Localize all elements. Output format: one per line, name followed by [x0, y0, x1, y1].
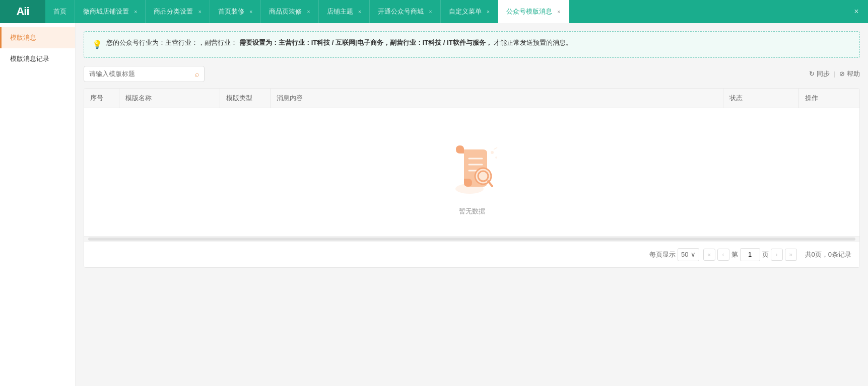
th-seq: 序号 — [84, 89, 119, 108]
notice-highlight: 需要设置为：主营行业：IT科技 / 互联网|电子商务，副营行业：IT科技 / I… — [239, 39, 492, 46]
prev-page-button[interactable]: ‹ — [717, 249, 729, 261]
scrollbar-track[interactable] — [88, 238, 855, 241]
nav-tab-close-product-decoration[interactable]: × — [307, 9, 310, 15]
sync-icon: ↻ — [809, 70, 815, 78]
nav-tab-home[interactable]: 首页 — [45, 0, 75, 23]
nav-tab-close-category-settings[interactable]: × — [198, 9, 201, 15]
search-input[interactable] — [89, 70, 195, 78]
total-info: 共0页，0条记录 — [805, 250, 851, 259]
nav-tab-label-product-decoration: 商品页装修 — [269, 7, 302, 16]
svg-point-8 — [495, 157, 497, 159]
nav-tab-home-decoration[interactable]: 首页装修× — [210, 0, 261, 23]
notice-box: 💡 您的公众号行业为：主营行业：，副营行业： 需要设置为：主营行业：IT科技 /… — [84, 31, 860, 58]
th-content: 消息内容 — [271, 89, 723, 108]
bulb-icon: 💡 — [92, 38, 102, 51]
nav-tab-close-custom-menu[interactable]: × — [487, 9, 490, 15]
page-size-label: 每页显示 — [649, 250, 676, 259]
horizontal-scrollbar[interactable] — [84, 236, 859, 242]
next-page-button[interactable]: › — [771, 249, 783, 261]
nav-tab-label-home: 首页 — [53, 7, 66, 16]
search-icon[interactable]: ⌕ — [195, 70, 199, 78]
nav-tab-close-open-mall[interactable]: × — [429, 9, 432, 15]
nav-tab-store-settings[interactable]: 微商城店铺设置× — [75, 0, 146, 23]
actions-divider: | — [834, 70, 835, 78]
page-unit: 页 — [762, 250, 769, 259]
nav-tab-store-theme[interactable]: 店铺主题× — [319, 0, 370, 23]
sidebar-item-template-msg-record[interactable]: 模版消息记录 — [0, 48, 75, 69]
empty-state: 暂无数据 — [84, 108, 859, 236]
help-button[interactable]: ⊘ 帮助 — [839, 69, 860, 79]
search-actions: ↻ 同步 | ⊘ 帮助 — [809, 69, 860, 79]
nav-tab-label-store-theme: 店铺主题 — [327, 7, 353, 16]
close-all-tabs-button[interactable]: × — [845, 0, 868, 23]
page-size-dropdown[interactable]: 50 ∨ — [678, 248, 699, 261]
th-status: 状态 — [723, 89, 799, 108]
dropdown-arrow-icon: ∨ — [691, 251, 696, 258]
sidebar-item-template-msg[interactable]: 模版消息 — [0, 27, 75, 48]
sync-button[interactable]: ↻ 同步 — [809, 69, 830, 79]
nav-tab-close-template-msg[interactable]: × — [557, 9, 560, 15]
nav-tab-label-template-msg: 公众号模版消息 — [506, 7, 552, 16]
nav-tab-category-settings[interactable]: 商品分类设置× — [146, 0, 210, 23]
table-header: 序号模版名称模版类型消息内容状态操作 — [84, 89, 859, 108]
app-logo: Aii — [0, 0, 45, 23]
nav-tab-template-msg[interactable]: 公众号模版消息× — [498, 0, 569, 23]
page-size-select: 每页显示 50 ∨ — [649, 248, 699, 261]
nav-tab-label-category-settings: 商品分类设置 — [154, 7, 193, 16]
data-table: 序号模版名称模版类型消息内容状态操作 — [84, 88, 860, 268]
page-navigation: « ‹ 第 页 › » — [703, 248, 797, 261]
search-input-wrap[interactable]: ⌕ — [84, 66, 205, 82]
content-area: 💡 您的公众号行业为：主营行业：，副营行业： 需要设置为：主营行业：IT科技 /… — [76, 23, 868, 386]
nav-tab-label-custom-menu: 自定义菜单 — [449, 7, 482, 16]
nav-tabs: 首页微商城店铺设置×商品分类设置×首页装修×商品页装修×店铺主题×开通公众号商城… — [45, 0, 845, 23]
empty-text: 暂无数据 — [459, 207, 485, 216]
th-type: 模版类型 — [220, 89, 271, 108]
th-action: 操作 — [799, 89, 859, 108]
page-number-input[interactable] — [740, 248, 760, 261]
nav-tab-close-store-settings[interactable]: × — [134, 9, 137, 15]
search-bar: ⌕ ↻ 同步 | ⊘ 帮助 — [84, 66, 860, 82]
empty-icon — [442, 138, 502, 199]
th-name: 模版名称 — [119, 89, 220, 108]
nav-tab-open-mall[interactable]: 开通公众号商城× — [370, 0, 440, 23]
svg-line-6 — [488, 181, 492, 186]
notice-text: 您的公众号行业为：主营行业：，副营行业： 需要设置为：主营行业：IT科技 / 互… — [106, 38, 572, 48]
top-nav: Aii 首页微商城店铺设置×商品分类设置×首页装修×商品页装修×店铺主题×开通公… — [0, 0, 868, 23]
main-layout: 模版消息模版消息记录 💡 您的公众号行业为：主营行业：，副营行业： 需要设置为：… — [0, 23, 868, 386]
pagination: 每页显示 50 ∨ « ‹ 第 页 › » 共0页，0条记录 — [84, 242, 859, 267]
nav-tab-custom-menu[interactable]: 自定义菜单× — [441, 0, 498, 23]
nav-tab-close-home-decoration[interactable]: × — [249, 9, 252, 15]
last-page-button[interactable]: » — [785, 249, 797, 261]
nav-tab-label-open-mall: 开通公众号商城 — [378, 7, 424, 16]
first-page-button[interactable]: « — [703, 249, 715, 261]
svg-point-7 — [491, 151, 494, 154]
svg-line-9 — [494, 147, 497, 149]
sidebar: 模版消息模版消息记录 — [0, 23, 76, 386]
nav-tab-label-home-decoration: 首页装修 — [218, 7, 244, 16]
page-size-value: 50 — [681, 251, 688, 258]
help-icon: ⊘ — [839, 70, 845, 78]
page-label: 第 — [731, 250, 738, 259]
nav-tab-close-store-theme[interactable]: × — [358, 9, 361, 15]
nav-tab-label-store-settings: 微商城店铺设置 — [83, 7, 129, 16]
nav-tab-product-decoration[interactable]: 商品页装修× — [261, 0, 318, 23]
